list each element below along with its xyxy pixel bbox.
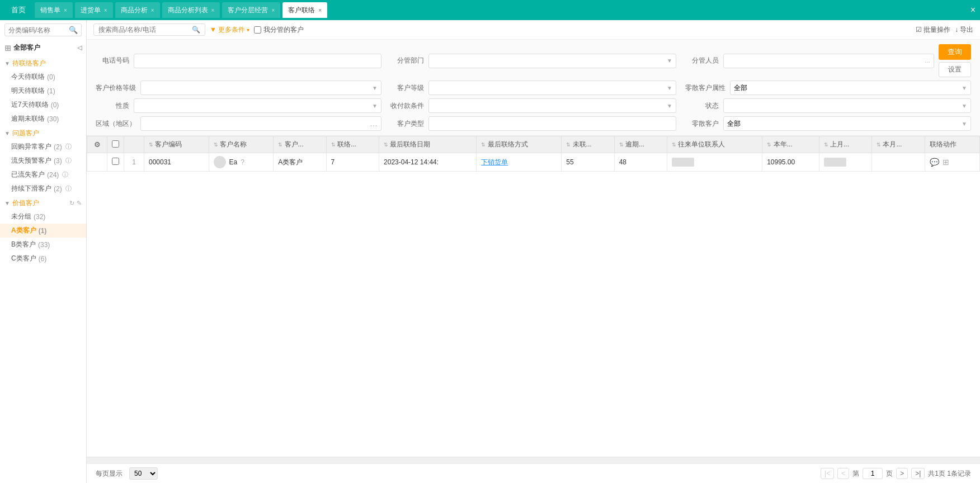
sidebar-collapse-icon[interactable]: ◁	[77, 44, 82, 51]
batch-operation-button[interactable]: ☑ 批量操作	[916, 25, 950, 35]
customer-type-label: 客户类型	[390, 119, 424, 129]
tab-customer-segmentation[interactable]: 客户分层经营 ×	[222, 2, 280, 18]
retail-attr-select[interactable]: 全部 ▼	[730, 80, 971, 95]
my-customers-checkbox[interactable]	[254, 26, 261, 34]
col-last-contact-date[interactable]: ⇅ 最后联络日期	[379, 136, 477, 153]
sidebar-search-input[interactable]	[8, 26, 67, 34]
export-button[interactable]: ↓ 导出	[955, 25, 973, 35]
sidebar-item-unclassified[interactable]: 未分组 (32)	[0, 210, 86, 224]
all-customers-header: ⊞ 全部客户 ◁	[0, 40, 86, 56]
first-page-button[interactable]: |<	[821, 468, 834, 479]
tab-product-analysis-list[interactable]: 商品分析列表 ×	[162, 2, 220, 18]
table-settings-icon[interactable]: ⚙	[94, 140, 101, 149]
pending-group-header[interactable]: ▼ 待联络客户	[0, 56, 86, 70]
problem-group-header[interactable]: ▼ 问题客户	[0, 126, 86, 140]
col-last-contact-method[interactable]: ⇅ 最后联络方式	[477, 136, 562, 153]
col-checkbox[interactable]	[107, 136, 124, 153]
col-settings[interactable]: ⚙	[87, 136, 107, 153]
info-icon-repurchase: ⓘ	[65, 143, 72, 151]
more-conditions-button[interactable]: ▼ 更多条件 ▾	[210, 25, 249, 35]
main-content: 🔍 ▼ 更多条件 ▾ 我分管的客户 ☑ 批量操作 ↓ 导出	[87, 20, 980, 483]
col-year-amount[interactable]: ⇅ 本年...	[762, 136, 819, 153]
person-select[interactable]: …	[723, 54, 934, 68]
customer-level-select[interactable]: ▼	[428, 80, 676, 95]
customer-table: ⚙ ⇅ 客户编码 ⇅ 客户名称	[87, 136, 980, 172]
col-contact-count[interactable]: ⇅ 联络...	[326, 136, 379, 153]
col-no-contact[interactable]: ⇅ 未联...	[562, 136, 614, 153]
region-dots-icon[interactable]: …	[370, 119, 378, 128]
region-input[interactable]: …	[140, 116, 381, 131]
sidebar-item-repurchase-abnormal[interactable]: 回购异常客户 (2) ⓘ	[0, 140, 86, 154]
value-group-header[interactable]: ▼ 价值客户 ↻ ✎	[0, 196, 86, 210]
next-page-button[interactable]: >	[896, 468, 908, 479]
window-close-button[interactable]: ×	[970, 5, 976, 15]
page-number-input[interactable]	[863, 468, 883, 479]
customer-level-arrow-icon: ▼	[667, 85, 672, 91]
tab-product-analysis[interactable]: 商品分析 ×	[115, 2, 160, 18]
customer-type-select[interactable]	[428, 116, 676, 131]
price-level-select[interactable]: ▼	[140, 80, 381, 95]
sidebar-item-churn-warning[interactable]: 流失预警客户 (3) ⓘ	[0, 154, 86, 168]
row-name[interactable]: Ea ?	[209, 153, 274, 172]
sidebar-search-icon[interactable]: 🔍	[69, 26, 78, 34]
sidebar-item-tomorrow-pending[interactable]: 明天待联络 (1)	[0, 84, 86, 98]
per-page-select[interactable]: 50 100	[129, 467, 158, 480]
sidebar-item-today-pending[interactable]: 今天待联络 (0)	[0, 70, 86, 84]
sidebar-item-c-class[interactable]: C类客户 (6)	[0, 252, 86, 266]
refresh-icon[interactable]: ↻	[69, 200, 74, 207]
sidebar-item-7day-pending[interactable]: 近7天待联络 (0)	[0, 98, 86, 112]
sidebar-item-churned[interactable]: 已流失客户 (24) ⓘ	[0, 168, 86, 182]
payment-select[interactable]: ▼	[428, 98, 676, 113]
col-name[interactable]: ⇅ 客户名称	[209, 136, 274, 153]
sidebar-item-overdue-pending[interactable]: 逾期未联络 (30)	[0, 112, 86, 126]
phone-input[interactable]	[134, 54, 381, 68]
select-all-checkbox[interactable]	[112, 140, 119, 148]
department-select[interactable]: ▼	[428, 54, 676, 68]
horizontal-scrollbar[interactable]	[87, 457, 980, 463]
close-customer-segmentation-icon[interactable]: ×	[271, 7, 275, 13]
close-sales-order-icon[interactable]: ×	[64, 7, 67, 13]
filter-payment-row: 收付款条件 ▼	[390, 98, 676, 113]
close-product-analysis-list-icon[interactable]: ×	[211, 7, 215, 13]
pending-arrow-icon: ▼	[4, 60, 10, 67]
home-tab[interactable]: 首页	[4, 5, 32, 15]
link-icon[interactable]: ⊞	[943, 158, 949, 167]
col-last-month[interactable]: ⇅ 上月...	[819, 136, 871, 153]
edit-icon[interactable]: ✎	[77, 200, 82, 207]
query-button[interactable]: 查询	[939, 44, 971, 60]
row-checkbox-cell[interactable]	[107, 153, 124, 172]
tab-purchase-order[interactable]: 进货单 ×	[75, 2, 113, 18]
person-arrow-icon: …	[925, 58, 930, 64]
tab-sales-order[interactable]: 销售单 ×	[35, 2, 73, 18]
close-customer-contact-icon[interactable]: ×	[318, 7, 322, 13]
status-label: 状态	[685, 101, 719, 111]
sidebar-item-b-class[interactable]: B类客户 (33)	[0, 238, 86, 252]
sidebar-search-box[interactable]: 🔍	[4, 23, 82, 36]
col-overdue[interactable]: ⇅ 逾期...	[614, 136, 667, 153]
close-product-analysis-icon[interactable]: ×	[151, 7, 154, 13]
sort-icon-overdue: ⇅	[619, 142, 624, 148]
search-input[interactable]	[98, 26, 190, 34]
settings-button[interactable]: 设置	[939, 62, 971, 77]
col-code[interactable]: ⇅ 客户编码	[144, 136, 209, 153]
col-this-month[interactable]: ⇅ 本月...	[872, 136, 925, 153]
sidebar-item-declining[interactable]: 持续下滑客户 (2) ⓘ	[0, 182, 86, 196]
close-purchase-order-icon[interactable]: ×	[104, 7, 107, 13]
col-contacts[interactable]: ⇅ 往来单位联系人	[667, 136, 762, 153]
row-last-contact-method[interactable]: 下销货单	[477, 153, 562, 172]
nature-select[interactable]: ▼	[134, 98, 381, 113]
export-icon: ↓	[955, 26, 958, 34]
status-select[interactable]: ▼	[723, 98, 971, 113]
search-box[interactable]: 🔍	[93, 23, 205, 36]
filter-bar: 🔍 ▼ 更多条件 ▾ 我分管的客户 ☑ 批量操作 ↓ 导出	[87, 20, 980, 40]
my-customers-checkbox-container[interactable]: 我分管的客户	[254, 25, 304, 35]
last-page-button[interactable]: >|	[911, 468, 925, 479]
sidebar-item-a-class[interactable]: A类客户 (1)	[0, 224, 86, 238]
sort-icon-date: ⇅	[384, 142, 388, 148]
retail-customer-select[interactable]: 全部 ▼	[723, 116, 971, 131]
row-checkbox[interactable]	[112, 158, 119, 165]
chat-icon[interactable]: 💬	[930, 158, 939, 167]
col-level[interactable]: ⇅ 客户...	[274, 136, 326, 153]
tab-customer-contact[interactable]: 客户联络 ×	[282, 2, 327, 18]
prev-page-button[interactable]: <	[837, 468, 849, 479]
